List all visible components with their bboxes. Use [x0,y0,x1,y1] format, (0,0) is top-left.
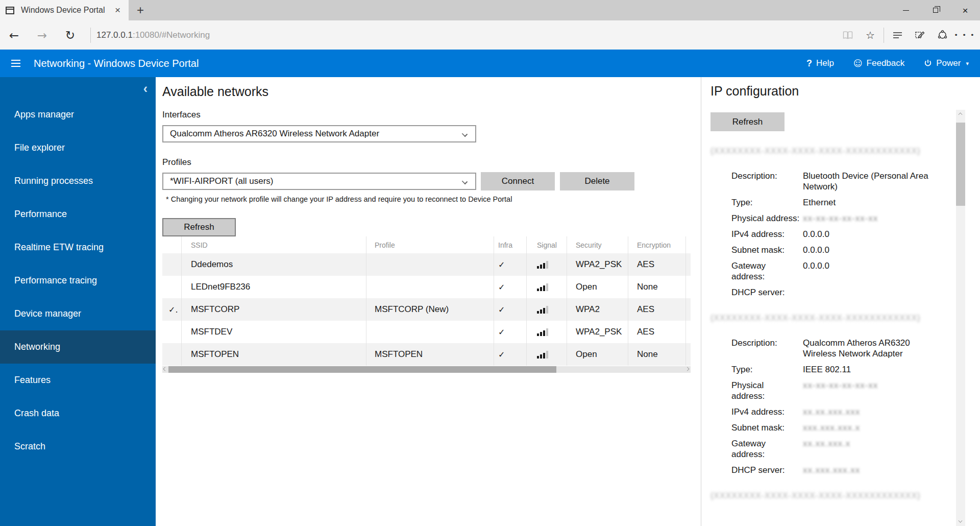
sidebar-item-running-processes[interactable]: Running processes [0,164,156,198]
delete-button[interactable]: Delete [560,172,634,190]
tab-close-icon[interactable]: × [111,5,125,16]
field-value-redacted: xx.xxx.xxx.xx [803,465,940,475]
profile-change-note: * Changing your network profile will cha… [166,195,512,203]
table-row-msftopen[interactable]: MSFTOPEN MSFTOPEN ✓ Open None [162,343,691,366]
interfaces-select[interactable]: Qualcomm Atheros AR6320 Wireless Network… [162,125,476,142]
restore-icon [933,8,938,13]
sidebar-item-label: Running processes [14,176,93,186]
forward-button[interactable]: → [28,29,56,42]
ip-panel-scrollbar[interactable] [956,110,965,526]
adapter-block-bluetooth: Description:Bluetooth Device (Personal A… [710,168,950,300]
field-label: Physical address: [731,380,777,401]
infra-check-icon: ✓ [498,327,505,337]
sidebar-item-crash-data[interactable]: Crash data [0,397,156,430]
sidebar-collapse-icon[interactable]: ‹ [143,82,148,95]
scroll-down-icon[interactable] [959,519,963,523]
field-value-redacted: xxx.xxx.xxx.x [803,422,940,433]
url-field[interactable]: 127.0.0.1:10080/#Networking [96,30,210,40]
field-value-redacted: xx-xx-xx-xx-xx-xx [803,213,940,224]
power-icon [924,59,932,67]
table-row-msftdev[interactable]: MSFTDEV ✓ WPA2_PSK AES [162,321,691,343]
sidebar-item-scratch[interactable]: Scratch [0,430,156,463]
hub-icon [893,32,902,39]
column-header-infra: Infra [494,236,527,253]
sidebar-item-features[interactable]: Features [0,364,156,397]
browser-tab[interactable]: Windows Device Portal × [0,0,129,20]
column-header-security: Security [567,236,628,253]
sidebar-item-device-manager[interactable]: Device manager [0,297,156,330]
sidebar-item-file-explorer[interactable]: File explorer [0,131,156,164]
web-note-button[interactable] [909,30,931,40]
field-value-redacted: xx-xx-xx-xx-xx-xx [803,380,940,401]
address-bar: ← → ↻ 127.0.0.1:10080/#Networking ☆ [0,20,980,50]
encryption-cell: None [628,343,686,366]
more-actions-button[interactable]: • • • [953,31,976,39]
page-title: Networking - Windows Device Portal [34,58,199,69]
profile-cell: MSFTOPEN [366,343,494,366]
table-row-lednet9fb236[interactable]: LEDnet9FB236 ✓ Open None [162,276,691,298]
field-value-redacted: xx.xx.xxx.x [803,438,940,460]
profile-cell [366,276,494,298]
interfaces-selected-value: Qualcomm Atheros AR6320 Wireless Network… [170,129,379,139]
close-button[interactable]: × [950,0,980,20]
profile-cell [366,253,494,276]
feedback-button[interactable]: ☺ Feedback [853,58,904,68]
sidebar-item-realtime-etw-tracing[interactable]: Realtime ETW tracing [0,231,156,264]
scroll-left-icon[interactable] [163,367,167,371]
field-label: Type: [731,197,803,208]
scroll-right-icon[interactable] [685,367,690,371]
profiles-select[interactable]: *WIFI-AIRPORT (all users) [162,173,476,190]
close-icon: × [962,6,968,15]
menu-button[interactable] [11,60,20,67]
ssid-cell: MSFTOPEN [182,343,366,366]
refresh-button[interactable]: ↻ [56,29,84,42]
tab-title: Windows Device Portal [21,6,111,15]
back-button[interactable]: ← [0,29,28,42]
connect-button[interactable]: Connect [481,172,555,190]
new-tab-button[interactable]: + [129,0,152,20]
sidebar-item-label: Realtime ETW tracing [14,242,104,253]
url-host: 127.0.0.1 [96,30,133,40]
table-row-msftcorp[interactable]: ✓. MSFTCORP MSFTCORP (New) ✓ WPA2 AES [162,298,691,321]
address-divider [90,28,91,43]
networks-table: SSID Profile Infra Signal Security Encry… [162,236,691,366]
url-path: :10080/#Networking [133,30,210,40]
table-row-ddedemos[interactable]: Ddedemos ✓ WPA2_PSK AES [162,253,691,276]
adapter-guid-redacted: {XXXXXXXX-XXXX-XXXX-XXXX-XXXXXXXXXXXX} [710,314,950,323]
favorites-button[interactable]: ☆ [859,29,881,41]
minimize-button[interactable] [891,0,921,20]
sidebar-item-label: Performance tracing [14,275,97,286]
security-cell: WPA2 [567,298,628,321]
share-button[interactable] [931,30,953,40]
sidebar-item-performance-tracing[interactable]: Performance tracing [0,264,156,297]
power-button[interactable]: Power ▾ [924,58,969,68]
window-controls: × [891,0,980,20]
profile-cell: MSFTCORP (New) [366,298,494,321]
available-networks-panel: Available networks Interfaces Qualcomm A… [156,77,701,526]
column-header-encryption: Encryption [628,236,686,253]
field-label: Description: [731,171,803,192]
restore-button[interactable] [921,0,950,20]
sidebar-item-label: Scratch [14,441,45,452]
help-button[interactable]: ? Help [806,58,834,69]
horizontal-scrollbar-thumb[interactable] [168,366,556,373]
field-value [803,287,940,298]
scroll-up-icon[interactable] [959,113,963,117]
column-header-ssid: SSID [182,236,366,253]
sidebar-item-label: Performance [14,209,67,220]
sidebar-item-networking[interactable]: Networking [0,330,156,364]
share-icon [938,30,947,40]
refresh-networks-button[interactable]: Refresh [162,218,236,236]
table-horizontal-scrollbar[interactable] [162,366,691,373]
infra-check-icon: ✓ [498,282,505,292]
ssid-cell: Ddedemos [182,253,366,276]
more-icon: • • • [954,31,975,39]
sidebar: ‹ Apps manager File explorer Running pro… [0,77,156,526]
refresh-ip-button[interactable]: Refresh [710,112,785,131]
reading-view-button[interactable] [837,31,859,39]
sidebar-item-performance[interactable]: Performance [0,198,156,231]
hub-button[interactable] [886,32,909,39]
vertical-scrollbar-thumb[interactable] [956,123,965,206]
sidebar-item-label: Device manager [14,308,81,319]
sidebar-item-apps-manager[interactable]: Apps manager [0,98,156,131]
